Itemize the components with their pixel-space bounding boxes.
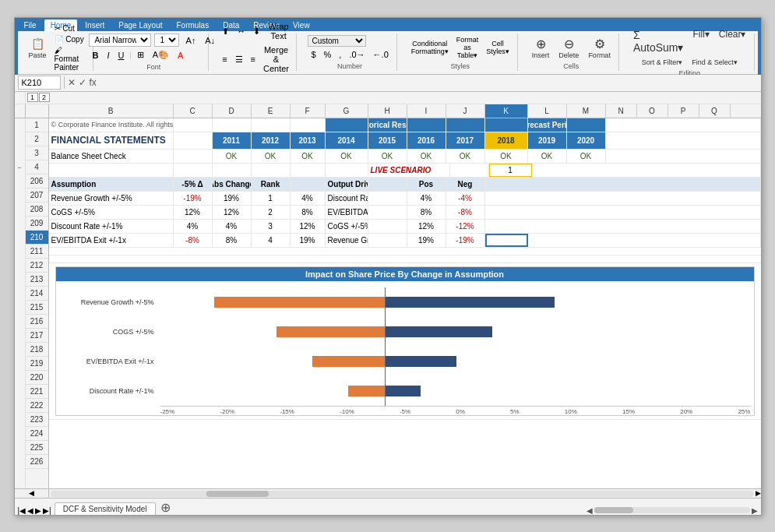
autosum-btn[interactable]: Σ AutoSum▾ xyxy=(630,27,687,55)
cell-K2-2018[interactable]: 2018 xyxy=(485,132,528,149)
outline-expand-10[interactable] xyxy=(15,245,25,259)
conditional-formatting-btn[interactable]: ConditionalFormatting▾ xyxy=(408,34,452,61)
cell-rest-207[interactable] xyxy=(485,192,761,205)
align-top-btn[interactable]: ⬆ xyxy=(219,20,232,42)
cell-K4-selected[interactable]: 1 xyxy=(489,164,532,177)
formula-input[interactable] xyxy=(100,78,758,87)
cell-I208[interactable]: 8% xyxy=(407,206,446,219)
cell-C208[interactable]: 12% xyxy=(174,206,213,219)
outline-expand-6[interactable] xyxy=(15,188,25,203)
align-right-btn[interactable]: ≡ xyxy=(248,44,259,75)
bold-button[interactable]: B xyxy=(89,49,101,62)
cell-L2-2019[interactable]: 2019 xyxy=(528,132,567,149)
cell-J1[interactable] xyxy=(446,118,485,132)
cell-J210[interactable]: -19% xyxy=(446,234,485,247)
cell-B210[interactable]: EV/EBITDA Exit +/-1x xyxy=(49,234,174,247)
cell-I210[interactable]: 19% xyxy=(407,234,446,247)
cell-M1[interactable] xyxy=(567,118,606,132)
col-header-G[interactable]: G xyxy=(326,104,368,118)
cell-C2[interactable] xyxy=(174,132,213,149)
sheet-scroll-right[interactable]: ▶ xyxy=(752,506,758,515)
cell-F1[interactable] xyxy=(291,118,326,132)
cell-I1[interactable] xyxy=(407,118,446,132)
col-header-P[interactable]: P xyxy=(668,104,699,118)
cell-E207[interactable]: 1 xyxy=(252,192,291,205)
row-num-224[interactable]: 224 xyxy=(26,427,48,441)
font-name-select[interactable]: Arial Narrow xyxy=(89,33,151,47)
percent-btn[interactable]: % xyxy=(321,48,335,61)
row-num-210[interactable]: 210 xyxy=(26,231,48,245)
sheet-tab-dcf[interactable]: DCF & Sensitivity Model xyxy=(55,502,156,515)
font-color-button[interactable]: A xyxy=(174,49,186,62)
cell-J207[interactable]: -4% xyxy=(446,192,485,205)
align-center-btn[interactable]: ☰ xyxy=(232,44,246,75)
tab-nav-first[interactable]: |◀ xyxy=(18,506,26,515)
row-num-221[interactable]: 221 xyxy=(26,385,48,399)
cell-rest-2[interactable] xyxy=(606,132,761,149)
cell-D207[interactable]: 19% xyxy=(213,192,252,205)
cell-rest-3[interactable] xyxy=(606,150,761,163)
col-header-Q[interactable]: Q xyxy=(699,104,731,118)
sort-filter-btn[interactable]: Sort & Filter▾ xyxy=(639,57,686,68)
col-header-B[interactable]: B xyxy=(49,104,174,118)
cell-D1[interactable] xyxy=(213,118,252,132)
insert-btn[interactable]: ⊕ Insert xyxy=(529,35,553,61)
cell-B4[interactable] xyxy=(49,164,174,177)
col-header-I[interactable]: I xyxy=(407,104,446,118)
cell-J208[interactable]: -8% xyxy=(446,206,485,219)
cell-F4[interactable] xyxy=(291,164,326,177)
align-left-btn[interactable]: ≡ xyxy=(219,44,230,75)
cell-E210[interactable]: 4 xyxy=(252,234,291,247)
delete-btn[interactable]: ⊖ Delete xyxy=(555,35,582,61)
cell-H206[interactable] xyxy=(368,178,407,191)
number-format-select[interactable]: Custom xyxy=(308,35,366,47)
outline-expand-4[interactable]: − xyxy=(15,160,25,174)
cell-I209[interactable]: 12% xyxy=(407,220,446,233)
cell-B208[interactable]: CoGS +/-5% xyxy=(49,206,174,219)
outline-expand-9[interactable] xyxy=(15,231,25,245)
scroll-left-btn[interactable]: ◀ xyxy=(29,489,34,497)
col-header-O[interactable]: O xyxy=(637,104,668,118)
cell-D210[interactable]: 8% xyxy=(213,234,252,247)
outline-expand-2[interactable] xyxy=(15,132,25,146)
row-num-215[interactable]: 215 xyxy=(26,301,48,315)
cell-styles-btn[interactable]: CellStyles▾ xyxy=(483,34,513,61)
col-header-K[interactable]: K xyxy=(485,104,528,118)
row-num-220[interactable]: 220 xyxy=(26,371,48,385)
cell-C207[interactable]: -19% xyxy=(174,192,213,205)
fill-btn[interactable]: Fill▾ xyxy=(689,27,712,55)
row-num-2[interactable]: 2 xyxy=(26,132,48,146)
cell-B1[interactable]: © Corporate Finance Institute. All right… xyxy=(49,118,174,132)
cell-rest-209[interactable] xyxy=(485,220,761,233)
cell-G208[interactable]: EV/EBITDA Exit +/-1x xyxy=(326,206,368,219)
row-num-225[interactable]: 225 xyxy=(26,441,48,455)
row-num-214[interactable]: 214 xyxy=(26,287,48,301)
cell-F2-2013[interactable]: 2013 xyxy=(291,132,326,149)
cell-I3[interactable]: OK xyxy=(407,150,446,163)
increase-font-btn[interactable]: A↑ xyxy=(182,34,199,47)
cell-F207[interactable]: 4% xyxy=(291,192,326,205)
col-header-D[interactable]: D xyxy=(213,104,252,118)
paste-button[interactable]: 📋 Paste xyxy=(26,34,50,61)
col-header-F[interactable]: F xyxy=(291,104,326,118)
cell-G209[interactable]: CoGS +/-5% xyxy=(326,220,368,233)
font-size-select[interactable]: 12 xyxy=(154,33,179,47)
cell-J209[interactable]: -12% xyxy=(446,220,485,233)
row-num-207[interactable]: 207 xyxy=(26,188,48,203)
cell-D209[interactable]: 4% xyxy=(213,220,252,233)
cell-I207[interactable]: 4% xyxy=(407,192,446,205)
copy-button[interactable]: 📄 Copy xyxy=(51,34,88,44)
row-num-217[interactable]: 217 xyxy=(26,329,48,343)
cell-J3[interactable]: OK xyxy=(446,150,485,163)
col-header-M[interactable]: M xyxy=(567,104,606,118)
row-num-218[interactable]: 218 xyxy=(26,343,48,357)
underline-button[interactable]: U xyxy=(114,49,127,62)
cell-D3[interactable]: OK xyxy=(213,150,252,163)
cell-H210[interactable] xyxy=(368,234,407,247)
increase-decimal-btn[interactable]: .0→ xyxy=(346,48,368,61)
row-num-223[interactable]: 223 xyxy=(26,413,48,427)
decrease-decimal-btn[interactable]: ←.0 xyxy=(370,48,392,61)
italic-button[interactable]: I xyxy=(104,49,112,62)
cut-button[interactable]: ✂ Cut xyxy=(51,23,88,33)
scroll-thumb-h[interactable] xyxy=(206,491,269,497)
